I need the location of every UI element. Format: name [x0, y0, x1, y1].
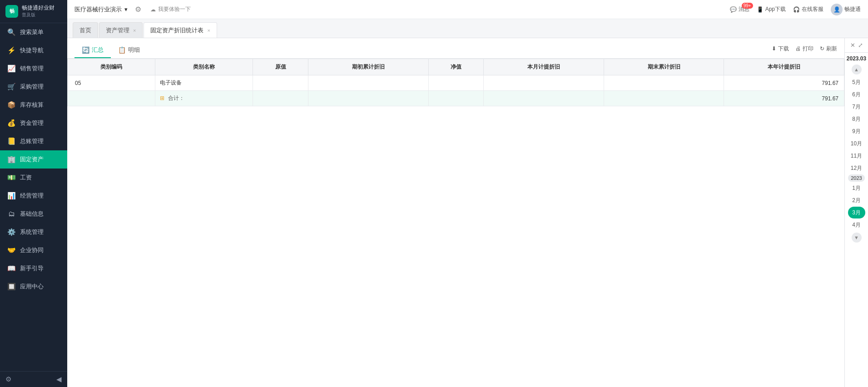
tabbar: 首页 资产管理 × 固定资产折旧统计表 ×: [67, 19, 868, 38]
panel-month-1[interactable]: 1月: [848, 182, 865, 194]
sidebar-item-guide[interactable]: 📖 新手引导: [0, 259, 67, 278]
subtab-summary-label: 汇总: [92, 46, 104, 54]
panel-month-3[interactable]: 3月: [848, 207, 865, 218]
sidebar-item-quick-nav[interactable]: ⚡ 快捷导航: [0, 41, 67, 60]
sidebar-item-inventory[interactable]: 📦 库存核算: [0, 96, 67, 114]
sidebar-item-label: 工资: [20, 174, 32, 182]
tab-asset-close[interactable]: ×: [133, 28, 136, 33]
row-code: 05: [68, 75, 155, 91]
content-area: 🔄 汇总 📋 明细 ⬇ 下载 🖨 打印: [67, 38, 868, 387]
panel-month-2[interactable]: 2月: [848, 194, 865, 206]
panel-month-7[interactable]: 7月: [848, 101, 865, 113]
tab-asset-management[interactable]: 资产管理 ×: [99, 22, 143, 38]
row-end-dep: [604, 75, 724, 91]
panel-month-11[interactable]: 11月: [848, 150, 865, 162]
sidebar-item-label: 销售管理: [20, 64, 44, 73]
col-net-value: 净值: [428, 59, 484, 75]
sidebar-item-system[interactable]: ⚙️ 系统管理: [0, 223, 67, 241]
sidebar-item-operations[interactable]: 📊 经营管理: [0, 187, 67, 205]
experience-icon: ☁: [150, 6, 156, 13]
sidebar-item-search[interactable]: 🔍 搜索菜单: [0, 23, 67, 41]
panel-month-8[interactable]: 8月: [848, 113, 865, 125]
sidebar-item-label: 快捷导航: [20, 46, 44, 55]
print-label: 打印: [803, 45, 813, 53]
company-selector[interactable]: 医疗器械行业演示 ▾: [74, 5, 128, 14]
sidebar-item-fixed-assets[interactable]: 🏢 固定资产: [0, 150, 67, 169]
tab-home[interactable]: 首页: [73, 22, 98, 38]
guide-icon: 📖: [7, 264, 15, 273]
main-content: 医疗器械行业演示 ▾ ⚙ ☁ 我要体验一下 💬 消息 99+ 📱 App下载 🎧…: [67, 0, 868, 387]
panel-year-label: 2023.03: [847, 53, 866, 63]
panel-expand-icon[interactable]: ⤢: [858, 42, 863, 49]
table-summary-row: ⊞ 合计： 791.67: [68, 91, 844, 106]
sum-text: 合计：: [168, 95, 184, 101]
sidebar-collapse-icon[interactable]: ◀: [56, 375, 62, 383]
tab-depreciation-report[interactable]: 固定资产折旧统计表 ×: [144, 22, 217, 38]
col-annual-dep: 本年计提折旧: [724, 59, 844, 75]
toolbar-right: ⬇ 下载 🖨 打印 ↻ 刷新: [772, 45, 837, 53]
panel-scroll-up[interactable]: ▲: [852, 64, 862, 74]
tab-depreciation-close[interactable]: ×: [207, 28, 210, 33]
print-button[interactable]: 🖨 打印: [795, 45, 813, 53]
panel-month-5[interactable]: 5月: [848, 76, 865, 88]
user-info[interactable]: 👤 畅捷通: [831, 4, 861, 15]
sidebar-scroll: 🔍 搜索菜单 ⚡ 快捷导航 📈 销售管理 🛒 采购管理 📦 库存核算 💰 资金管…: [0, 23, 67, 371]
sidebar-item-basic-info[interactable]: 🗂 基础信息: [0, 205, 67, 223]
online-service-icon: 🎧: [793, 6, 800, 13]
payroll-icon: 💵: [7, 174, 15, 182]
table-wrap: 类别编码 类别名称 原值 期初累计折旧 净值 本月计提折旧 期末累计折旧 本年计…: [67, 59, 844, 387]
subtabs: 🔄 汇总 📋 明细: [74, 43, 147, 58]
sidebar-item-payroll[interactable]: 💵 工资: [0, 169, 67, 187]
sum-monthly-dep: [484, 91, 604, 106]
user-name: 畅捷通: [844, 5, 861, 13]
sum-initial-dep: [308, 91, 429, 106]
logo-title: 畅捷通好业财: [22, 5, 55, 12]
quick-nav-icon: ⚡: [7, 46, 15, 55]
purchase-icon: 🛒: [7, 83, 15, 91]
sidebar-item-funds[interactable]: 💰 资金管理: [0, 114, 67, 132]
sidebar-item-purchase[interactable]: 🛒 采购管理: [0, 78, 67, 96]
download-button[interactable]: ⬇ 下载: [772, 45, 789, 53]
panel-month-6[interactable]: 6月: [848, 89, 865, 100]
panel-year-badge: 2023: [848, 174, 864, 182]
tab-depreciation-label: 固定资产折旧统计表: [150, 26, 203, 35]
subtab-summary[interactable]: 🔄 汇总: [74, 43, 111, 58]
sidebar-item-app-center[interactable]: 🔲 应用中心: [0, 278, 67, 296]
sidebar-item-label: 固定资产: [20, 155, 44, 164]
operations-icon: 📊: [7, 192, 15, 200]
fixed-assets-icon: 🏢: [7, 155, 15, 164]
panel-month-4[interactable]: 4月: [848, 219, 865, 231]
tab-asset-label: 资产管理: [106, 26, 129, 35]
subtab-detail[interactable]: 📋 明细: [111, 43, 147, 58]
sum-end-dep: [604, 91, 724, 106]
sidebar-item-label: 采购管理: [20, 83, 44, 91]
sidebar-item-label: 经营管理: [20, 192, 44, 200]
messages-button[interactable]: 💬 消息 99+: [730, 5, 749, 13]
messages-badge: 99+: [742, 3, 753, 9]
topbar-right: 💬 消息 99+ 📱 App下载 🎧 在线客服 👤 畅捷通: [730, 4, 861, 15]
row-initial-dep: [308, 75, 429, 91]
panel-header: ✕ ⤢: [845, 38, 868, 53]
sum-annual-dep: 791.67: [724, 91, 844, 106]
summary-icon: 🔄: [82, 46, 89, 54]
refresh-button[interactable]: ↻ 刷新: [820, 45, 837, 53]
sidebar-item-sales[interactable]: 📈 销售管理: [0, 60, 67, 78]
panel-month-list: 5月 6月 7月 8月 9月 10月 11月 12月 2023 1月 2月 3月…: [845, 76, 868, 231]
panel-close-icon[interactable]: ✕: [850, 42, 855, 49]
panel-scroll-down[interactable]: ▼: [852, 233, 862, 243]
experience-label: 我要体验一下: [158, 5, 191, 13]
panel-month-12[interactable]: 12月: [848, 162, 865, 174]
panel-month-10[interactable]: 10月: [848, 138, 865, 149]
sidebar-item-enterprise[interactable]: 🤝 企业协同: [0, 241, 67, 259]
sidebar-settings-icon[interactable]: ⚙: [5, 375, 11, 383]
sidebar-item-label: 库存核算: [20, 101, 44, 109]
panel-month-9[interactable]: 9月: [848, 125, 865, 137]
company-name: 医疗器械行业演示: [74, 5, 122, 14]
online-service-button[interactable]: 🎧 在线客服: [793, 5, 823, 13]
experience-button[interactable]: ☁ 我要体验一下: [150, 5, 191, 13]
app-download-button[interactable]: 📱 App下载: [757, 5, 786, 13]
topbar-settings-icon[interactable]: ⚙: [135, 5, 141, 14]
sidebar-item-ledger[interactable]: 📒 总账管理: [0, 132, 67, 150]
enterprise-icon: 🤝: [7, 246, 15, 254]
col-initial-dep: 期初累计折旧: [308, 59, 429, 75]
